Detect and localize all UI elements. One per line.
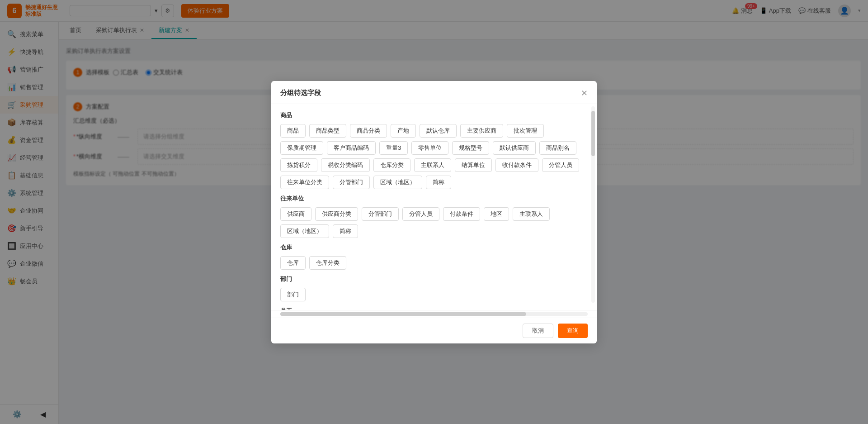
field-tag[interactable]: 客户商品编码 [327, 141, 376, 155]
field-tag[interactable]: 商品别名 [539, 141, 576, 155]
field-tag[interactable]: 商品分类 [350, 124, 387, 138]
field-tag[interactable]: 供应商分类 [315, 207, 358, 221]
warehouse-fields: 仓库 仓库分类 [280, 256, 588, 270]
modal-header: 分组待选字段 ✕ [271, 81, 597, 104]
section-title-partner: 往来单位 [280, 195, 588, 203]
field-tag[interactable]: 仓库分类 [373, 158, 410, 172]
modal-body: 商品 商品 商品类型 商品分类 产地 默认仓库 主要供应商 批次管理 保质期管理… [271, 104, 597, 310]
section-title-dept: 部门 [280, 275, 588, 283]
dept-fields: 部门 [280, 288, 588, 301]
h-scroll-thumb [280, 312, 526, 316]
field-tag[interactable]: 主要供应商 [460, 124, 503, 138]
field-tag[interactable]: 主联系人 [414, 158, 451, 172]
field-tag[interactable]: 产地 [391, 124, 416, 138]
field-tag[interactable]: 区域（地区） [280, 224, 329, 238]
field-tag[interactable]: 规格型号 [452, 141, 489, 155]
modal-title: 分组待选字段 [280, 89, 321, 97]
field-tag[interactable]: 分管部门 [362, 207, 399, 221]
field-tag[interactable]: 商品类型 [309, 124, 346, 138]
field-tag[interactable]: 部门 [280, 288, 306, 301]
h-scroll-area [271, 310, 597, 318]
field-tag[interactable]: 税收分类编码 [321, 158, 370, 172]
field-tag[interactable]: 默认供应商 [493, 141, 536, 155]
field-tag[interactable]: 供应商 [280, 207, 311, 221]
v-scroll-thumb [591, 111, 595, 156]
v-scrollbar[interactable] [591, 106, 595, 303]
field-tag[interactable]: 商品 [280, 124, 306, 138]
field-tag[interactable]: 主联系人 [513, 207, 550, 221]
field-tag[interactable]: 分管人员 [402, 207, 439, 221]
modal-overlay: 分组待选字段 ✕ 商品 商品 商品类型 商品分类 产地 默认仓库 主要供应商 批… [0, 0, 868, 424]
field-tag[interactable]: 区域（地区） [373, 176, 422, 189]
partner-fields: 供应商 供应商分类 分管部门 分管人员 付款条件 地区 主联系人 区域（地区） … [280, 207, 588, 238]
field-tag[interactable]: 简称 [333, 224, 358, 238]
field-tag[interactable]: 默认仓库 [420, 124, 457, 138]
goods-fields: 商品 商品类型 商品分类 产地 默认仓库 主要供应商 批次管理 保质期管理 客户… [280, 124, 588, 189]
modal-footer: 取消 查询 [271, 318, 597, 343]
field-tag[interactable]: 收付款条件 [495, 158, 538, 172]
field-tag[interactable]: 重量3 [379, 141, 408, 155]
cancel-button[interactable]: 取消 [523, 324, 553, 338]
field-tag[interactable]: 简称 [426, 176, 451, 189]
section-title-goods: 商品 [280, 111, 588, 119]
field-tag[interactable]: 地区 [484, 207, 509, 221]
section-title-warehouse: 仓库 [280, 243, 588, 252]
field-tag[interactable]: 拣货积分 [280, 158, 317, 172]
field-tag[interactable]: 仓库 [280, 256, 306, 270]
field-tag[interactable]: 往来单位分类 [280, 176, 329, 189]
field-tag[interactable]: 批次管理 [507, 124, 544, 138]
field-tag[interactable]: 零售单位 [411, 141, 448, 155]
field-tag[interactable]: 保质期管理 [280, 141, 323, 155]
section-title-employee: 员工 [280, 307, 588, 310]
modal-close-btn[interactable]: ✕ [581, 88, 588, 98]
field-selection-modal: 分组待选字段 ✕ 商品 商品 商品类型 商品分类 产地 默认仓库 主要供应商 批… [271, 81, 597, 343]
field-tag[interactable]: 分管人员 [542, 158, 579, 172]
field-tag[interactable]: 付款条件 [443, 207, 480, 221]
h-scrollbar[interactable] [280, 312, 588, 316]
confirm-button[interactable]: 查询 [558, 324, 588, 338]
field-tag[interactable]: 分管部门 [333, 176, 370, 189]
field-tag[interactable]: 仓库分类 [309, 256, 346, 270]
field-tag[interactable]: 结算单位 [455, 158, 492, 172]
